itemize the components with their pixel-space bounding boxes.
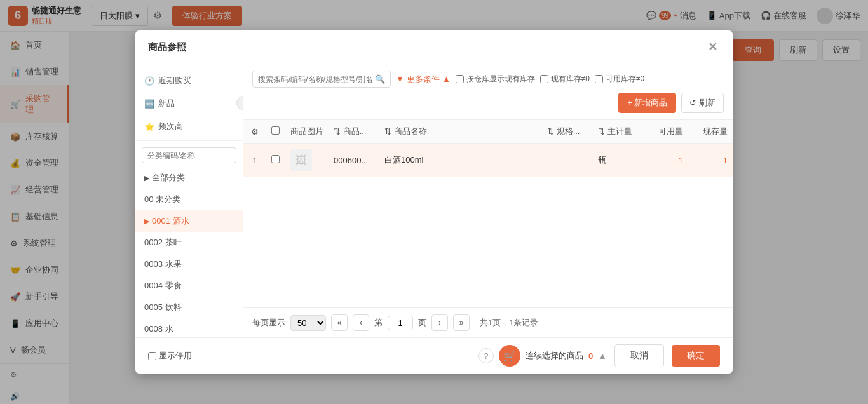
cat-arrow-all: ▶ [144, 174, 149, 182]
th-img-label: 商品图片 [290, 126, 323, 136]
cart-count: 0 [588, 351, 593, 361]
sort-spec-icon: ⇅ [547, 126, 554, 136]
cell-stock: -1 [688, 144, 733, 177]
cancel-button[interactable]: 取消 [614, 344, 664, 367]
last-page-btn[interactable]: » [453, 314, 470, 331]
page-suffix: 页 [418, 317, 426, 328]
page-label: 第 [374, 317, 383, 328]
checkbox-stock-ne0-label[interactable]: 现有库存≠0 [540, 74, 590, 84]
per-page-label: 每页显示 [252, 317, 285, 328]
checkbox-warehouse-label[interactable]: 按仓库显示现有库存 [456, 74, 535, 84]
prev-page-btn[interactable]: ‹ [353, 314, 369, 331]
modal: 商品参照 ✕ 🕐 近期购买 🆕 新品 [135, 30, 733, 374]
product-image-placeholder: 🖼 [290, 149, 312, 171]
cell-spec [542, 144, 593, 177]
cat-label-0005: 0005 饮料 [144, 302, 182, 313]
checkbox-stock-ne0-text: 现有库存≠0 [551, 74, 590, 84]
show-disabled-text: 显示停用 [159, 350, 192, 361]
modal-sidebar-recent[interactable]: 🕐 近期购买 [135, 69, 243, 92]
cat-item-0004[interactable]: 0004 零食 [135, 275, 243, 297]
th-avail-label: 可用量 [658, 126, 683, 136]
add-product-button[interactable]: + 新增商品 [618, 93, 676, 113]
filter-label: 更多条件 [407, 74, 440, 85]
table-row[interactable]: 1 🖼 000600... 白酒100ml [243, 144, 733, 177]
cat-item-0003[interactable]: 0003 水果 [135, 253, 243, 275]
th-stock: 现存量 [688, 120, 733, 144]
show-disabled-label[interactable]: 显示停用 [148, 350, 192, 361]
th-name[interactable]: ⇅ 商品名称 [379, 120, 542, 144]
cat-item-0008[interactable]: 0008 水 [135, 318, 243, 337]
next-page-btn[interactable]: › [431, 314, 448, 331]
th-stock-label: 现存量 [703, 126, 728, 136]
th-code[interactable]: ⇅ 商品... [329, 120, 379, 144]
th-gear[interactable]: ⚙ [243, 120, 266, 144]
cart-chevron-icon[interactable]: ▲ [598, 351, 607, 361]
cat-arrow-0001: ▶ [144, 217, 149, 226]
table-refresh-button[interactable]: ↺ 刷新 [681, 93, 724, 113]
table-settings-icon[interactable]: ⚙ [251, 127, 259, 137]
filter-btn[interactable]: ▼ 更多条件 ▲ [396, 74, 451, 85]
checkbox-stock-ne0[interactable] [540, 75, 548, 83]
cat-label-0002: 0002 茶叶 [144, 237, 182, 248]
category-search-input[interactable] [147, 151, 243, 160]
category-search[interactable]: 🔍 [142, 147, 236, 163]
sort-unit-icon: ⇅ [598, 126, 605, 136]
product-search-input[interactable] [258, 75, 372, 84]
checkbox-warehouse[interactable] [456, 75, 464, 83]
cat-label-0001: 0001 酒水 [152, 215, 189, 227]
cat-item-0002[interactable]: 0002 茶叶 [135, 232, 243, 253]
page-number-input[interactable] [388, 316, 413, 330]
th-name-label: 商品名称 [394, 126, 427, 136]
clock-icon: 🕐 [144, 76, 154, 86]
filter-icon: ▼ [396, 74, 404, 84]
first-page-btn[interactable]: « [331, 314, 348, 331]
cat-item-0005[interactable]: 0005 饮料 [135, 297, 243, 318]
th-spec[interactable]: ⇅ 规格... [542, 120, 593, 144]
modal-toolbar: 🔍 ▼ 更多条件 ▲ 按仓库显示现有库存 [243, 64, 733, 120]
cell-unit: 瓶 [593, 144, 637, 177]
sort-name-icon: ⇅ [384, 126, 391, 136]
row-checkbox[interactable] [271, 155, 280, 163]
th-check[interactable] [266, 120, 285, 144]
cat-search-icon: 🔍 [243, 151, 243, 160]
main-layout: 🏠 首页 📊 销售管理 🛒 采购管理 📦 库存核算 💰 资金管理 📈 经营管理 … [0, 32, 868, 404]
checkbox-warehouse-text: 按仓库显示现有库存 [466, 74, 535, 84]
cat-label-0004: 0004 零食 [144, 280, 182, 292]
cell-name: 白酒100ml [379, 144, 542, 177]
cart-icon: 🛒 [503, 350, 516, 362]
modal-sidebar-new[interactable]: 🆕 新品 [135, 92, 243, 115]
modal-title: 商品参照 [148, 41, 186, 53]
help-icon[interactable]: ? [478, 348, 494, 363]
star-icon: ⭐ [144, 122, 154, 131]
th-avail: 可用量 [637, 120, 688, 144]
toolbar-right: + 新增商品 ↺ 刷新 [618, 93, 724, 113]
cell-check[interactable] [266, 144, 285, 177]
cart-button[interactable]: 🛒 [499, 345, 520, 367]
cat-item-0001[interactable]: ▶ 0001 酒水 [135, 210, 243, 232]
select-all-checkbox[interactable] [271, 126, 280, 135]
cat-item-all[interactable]: ▶ 全部分类 [135, 167, 243, 189]
show-disabled-checkbox[interactable] [148, 352, 156, 360]
confirm-button[interactable]: 确定 [672, 345, 720, 367]
modal-body: 🕐 近期购买 🆕 新品 ⭐ 频次高 《 [135, 64, 733, 337]
modal-close-button[interactable]: ✕ [705, 39, 720, 55]
product-search-box[interactable]: 🔍 [252, 71, 391, 88]
per-page-select[interactable]: 50 100 200 [290, 315, 326, 331]
cat-label-0008: 0008 水 [144, 323, 173, 335]
modal-sidebar-freq[interactable]: ⭐ 频次高 [135, 115, 243, 138]
cell-code: 000600... [329, 144, 379, 177]
checkbox-avail-ne0[interactable] [595, 75, 603, 83]
help-question-mark: ? [484, 351, 488, 361]
search-icon[interactable]: 🔍 [375, 74, 385, 84]
table-body: 1 🖼 000600... 白酒100ml [243, 144, 733, 177]
cell-img: 🖼 [285, 144, 329, 177]
cat-item-00[interactable]: 00 未分类 [135, 189, 243, 210]
new-icon: 🆕 [144, 99, 154, 109]
th-unit[interactable]: ⇅ 主计量 [593, 120, 637, 144]
checkbox-avail-ne0-label[interactable]: 可用库存≠0 [595, 74, 644, 84]
filter-chevron-icon: ▲ [442, 74, 451, 84]
cat-label-all: 全部分类 [152, 172, 185, 184]
modal-header: 商品参照 ✕ [135, 30, 733, 64]
checkbox-avail-ne0-text: 可用库存≠0 [606, 74, 644, 84]
cell-avail: -1 [637, 144, 688, 177]
